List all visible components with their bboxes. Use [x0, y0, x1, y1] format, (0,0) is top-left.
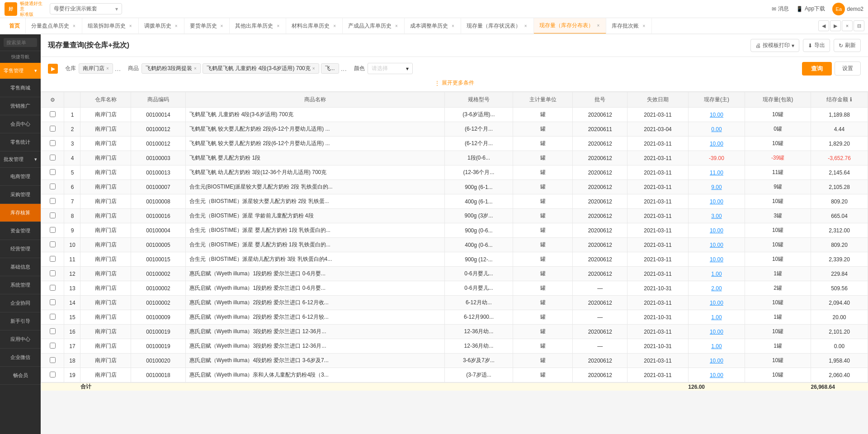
sidebar-item-marketing[interactable]: 营销推广	[0, 97, 41, 115]
more-icon[interactable]: ...	[341, 65, 347, 73]
row-stock-main[interactable]: 1.00	[688, 310, 745, 325]
sidebar-item-wholesale[interactable]: 批发管理 ▾	[0, 151, 41, 168]
sidebar-item-operations[interactable]: 经营管理	[0, 240, 41, 258]
close-icon[interactable]: ×	[451, 24, 455, 28]
tab-next-btn[interactable]: ▶	[830, 20, 841, 31]
row-stock-main[interactable]: 10.00	[688, 368, 745, 383]
row-stock-main[interactable]: -39.00	[688, 151, 745, 165]
sidebar-item-basics[interactable]: 基础信息	[0, 258, 41, 276]
row-checkbox[interactable]	[41, 325, 64, 339]
sidebar-item-enterprise[interactable]: 企业协同	[0, 294, 41, 312]
row-checkbox[interactable]	[41, 339, 64, 354]
sidebar-item-purchase[interactable]: 采购管理	[0, 186, 41, 204]
sidebar-item-retail-mgmt[interactable]: 零售管理 ▾	[0, 63, 41, 79]
sidebar-item-retail-shop[interactable]: 零售商城	[0, 79, 41, 97]
more-icon[interactable]: ...	[115, 65, 121, 73]
tab-cost-adj[interactable]: 成本调整单历史 ×	[405, 18, 461, 34]
row-checkbox[interactable]	[41, 165, 64, 180]
tab-material-out[interactable]: 材料出库单历史 ×	[286, 18, 343, 34]
row-checkbox[interactable]	[41, 252, 64, 267]
close-icon[interactable]: ×	[128, 24, 133, 28]
settings-btn[interactable]: 设置	[835, 61, 861, 75]
tag-close-icon[interactable]: ×	[194, 66, 197, 71]
row-stock-main[interactable]: 10.00	[688, 354, 745, 368]
tab-menu-btn[interactable]: ⊟	[854, 20, 864, 31]
row-stock-main[interactable]: 1.00	[688, 339, 745, 354]
sidebar-item-member[interactable]: 会员中心	[0, 115, 41, 133]
tab-other-out[interactable]: 其他出库单历史 ×	[230, 18, 286, 34]
row-checkbox[interactable]	[41, 281, 64, 296]
row-checkbox[interactable]	[41, 151, 64, 165]
sidebar-item-inventory[interactable]: 库存核算	[0, 204, 41, 222]
row-checkbox[interactable]	[41, 238, 64, 252]
close-icon[interactable]: ×	[276, 24, 280, 28]
row-checkbox[interactable]	[41, 354, 64, 368]
row-stock-main[interactable]: 10.00	[688, 238, 745, 252]
row-checkbox[interactable]	[41, 194, 64, 209]
row-stock-main[interactable]: 10.00	[688, 108, 745, 122]
tab-requisition[interactable]: 要货单历史 ×	[184, 18, 230, 34]
row-stock-main[interactable]: 11.00	[688, 165, 745, 180]
user-profile[interactable]: Ea demo2	[832, 3, 863, 15]
close-icon[interactable]: ×	[642, 24, 646, 28]
sidebar-item-finance[interactable]: 资金管理	[0, 222, 41, 240]
tab-selector[interactable]: 母婴行业演示账套 ▾	[50, 3, 122, 14]
close-icon[interactable]: ×	[596, 23, 601, 28]
search-btn[interactable]: 查询	[802, 62, 832, 75]
tab-batch-account[interactable]: 库存批次账 ×	[606, 18, 652, 34]
row-stock-main[interactable]: 0.00	[688, 122, 745, 137]
row-stock-main[interactable]: 10.00	[688, 194, 745, 209]
search-input[interactable]	[4, 38, 37, 47]
row-checkbox[interactable]	[41, 180, 64, 194]
sidebar-item-newbie[interactable]: 新手引导	[0, 312, 41, 330]
tab-close-btn[interactable]: ×	[842, 20, 853, 31]
row-stock-main[interactable]: 10.00	[688, 325, 745, 339]
app-download-btn[interactable]: 📱 App下载	[796, 5, 825, 13]
sidebar-item-vip[interactable]: 畅会员	[0, 367, 41, 385]
row-checkbox[interactable]	[41, 368, 64, 383]
close-icon[interactable]: ×	[174, 24, 179, 28]
tab-stock-status[interactable]: 现存量（库存状况表） ×	[461, 18, 534, 34]
row-stock-main[interactable]: 2.00	[688, 281, 745, 296]
row-checkbox[interactable]	[41, 122, 64, 137]
message-btn[interactable]: ✉ 消息	[772, 5, 789, 13]
refresh-btn[interactable]: ↻ 刷新	[834, 39, 861, 52]
tab-stock-dist[interactable]: 现存量（库存分布表） ×	[534, 18, 607, 34]
close-icon[interactable]: ×	[220, 24, 224, 28]
sidebar-item-retail-stats[interactable]: 零售统计	[0, 133, 41, 151]
row-stock-main[interactable]: 9.00	[688, 180, 745, 194]
export-btn[interactable]: ⬇ 导出	[803, 39, 830, 52]
tab-mix[interactable]: 调拨单历史 ×	[139, 18, 184, 34]
row-checkbox[interactable]	[41, 267, 64, 281]
tab-product-in[interactable]: 产成品入库单历史 ×	[343, 18, 405, 34]
sidebar-item-app-center[interactable]: 应用中心	[0, 330, 41, 349]
row-checkbox[interactable]	[41, 310, 64, 325]
close-icon[interactable]: ×	[72, 24, 76, 28]
row-stock-main[interactable]: 3.00	[688, 209, 745, 223]
row-checkbox[interactable]	[41, 137, 64, 151]
tab-disassemble[interactable]: 组装拆卸单历史 ×	[82, 18, 139, 34]
row-stock-main[interactable]: 10.00	[688, 252, 745, 267]
tab-split[interactable]: 分量盘点单历史 ×	[26, 18, 82, 34]
close-icon[interactable]: ×	[394, 24, 399, 28]
close-icon[interactable]: ×	[332, 24, 337, 28]
sidebar-item-ecommerce[interactable]: 电商管理	[0, 168, 41, 186]
row-checkbox[interactable]	[41, 223, 64, 238]
sidebar-item-corp-wechat[interactable]: 企业微信	[0, 349, 41, 367]
row-stock-main[interactable]: 10.00	[688, 137, 745, 151]
row-checkbox[interactable]	[41, 108, 64, 122]
tab-home[interactable]: 首页	[4, 18, 26, 34]
row-checkbox[interactable]	[41, 209, 64, 223]
close-icon[interactable]: ×	[524, 24, 528, 28]
row-stock-main[interactable]: 1.00	[688, 267, 745, 281]
sidebar-item-system[interactable]: 系统管理	[0, 276, 41, 294]
color-dropdown[interactable]: 请选择 ▾	[368, 63, 413, 74]
filter-expand-arrow-btn[interactable]: ▶	[48, 64, 58, 74]
tag-close-icon[interactable]: ×	[312, 66, 315, 71]
row-stock-main[interactable]: 10.00	[688, 296, 745, 310]
tag-close-icon[interactable]: ×	[106, 66, 109, 71]
settings-col-header[interactable]: ⚙	[41, 92, 64, 108]
tab-prev-btn[interactable]: ◀	[818, 20, 829, 31]
row-checkbox[interactable]	[41, 296, 64, 310]
template-print-btn[interactable]: 🖨 按模板打印 ▾	[750, 39, 799, 52]
